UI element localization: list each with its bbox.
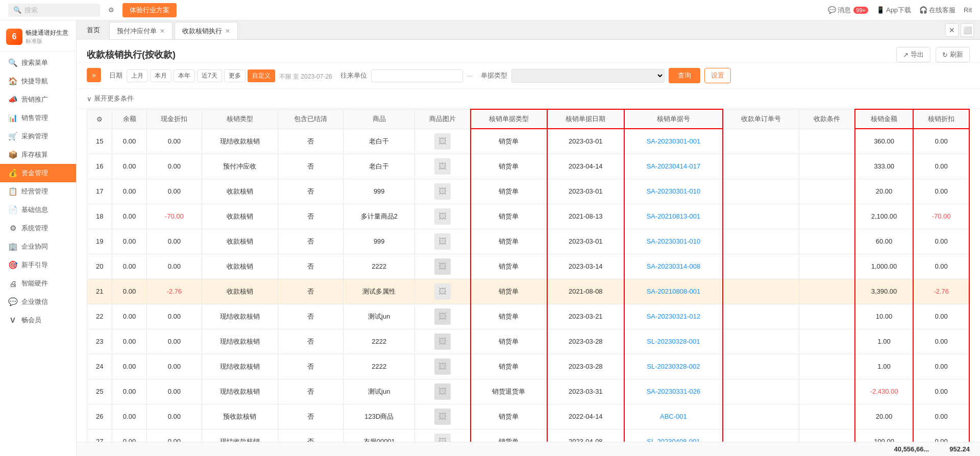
receipt-type-select[interactable] (511, 69, 665, 83)
maximize-window-button[interactable]: ⬜ (961, 23, 974, 37)
refresh-button[interactable]: ↻ 刷新 (936, 47, 970, 62)
cell-cancel-type: 现结收款核销 (202, 304, 278, 329)
cell-cancel-discount: 0.00 (913, 254, 969, 279)
cell-cancel-type: 现结收款核销 (202, 329, 278, 354)
cell-balance: 0.00 (112, 154, 146, 179)
cancel-bill-no-link[interactable]: ABC-001 (660, 413, 687, 420)
cancel-amount-total: 40,556,66... (894, 445, 929, 453)
sidebar-item-guide[interactable]: 🎯 新手引导 (0, 256, 76, 274)
last-7-days-btn[interactable]: 近7天 (197, 69, 222, 82)
cell-goods-img: 🖼 (415, 279, 471, 304)
sidebar-item-hardware[interactable]: 🖨 智能硬件 (0, 274, 76, 293)
cancel-bill-no-link[interactable]: SL-20230408-001 (647, 438, 700, 442)
more-date-btn[interactable]: 更多 (224, 69, 246, 82)
cell-cancel-bill-no[interactable]: SA-20230314-008 (624, 254, 723, 279)
cancel-bill-no-link[interactable]: SA-20230321-012 (647, 313, 701, 320)
sidebar-item-member[interactable]: V 畅会员 (0, 311, 76, 329)
sidebar-item-collaboration[interactable]: 🏢 企业协同 (0, 237, 76, 256)
sidebar-item-basic-info[interactable]: 📄 基础信息 (0, 201, 76, 219)
cancel-bill-no-link[interactable]: SA-20230301-010 (647, 187, 701, 195)
sidebar-item-system[interactable]: ⚙ 系统管理 (0, 219, 76, 237)
message-icon: 💬 (828, 6, 836, 14)
tab-cancel-exec[interactable]: 收款核销执行 ✕ (175, 22, 238, 39)
sidebar-item-finance[interactable]: 💰 资金管理 (0, 164, 76, 182)
marketing-icon: 📣 (8, 95, 17, 104)
cell-id: 19 (87, 229, 112, 254)
sidebar-item-search[interactable]: 🔍 搜索菜单 (0, 54, 76, 72)
cancel-bill-no-link[interactable]: SL-20230328-002 (647, 363, 700, 370)
expand-conditions-button[interactable]: ∨ 展开更多条件 (87, 92, 970, 105)
top-search-area[interactable]: 🔍 搜索 (8, 4, 100, 17)
product-image-placeholder: 🖼 (434, 283, 451, 300)
cell-cancel-amount: 100.00 (855, 429, 913, 442)
tab-prepay-close[interactable]: ✕ (160, 28, 165, 34)
cell-goods-img: 🖼 (415, 179, 471, 204)
last-month-btn[interactable]: 上月 (127, 69, 148, 82)
basic-info-icon: 📄 (8, 205, 17, 214)
partner-dots[interactable]: ··· (467, 71, 473, 80)
cell-cancel-bill-date: 2022-04-14 (547, 404, 624, 429)
cell-goods: 2222 (344, 254, 415, 279)
sidebar-item-marketing[interactable]: 📣 营销推广 (0, 90, 76, 109)
custom-date-btn[interactable]: 自定义 (248, 69, 275, 82)
tab-prepay[interactable]: 预付冲应付单 ✕ (109, 22, 173, 39)
product-image-placeholder: 🖼 (434, 233, 451, 250)
export-button[interactable]: ↗ 导出 (896, 47, 930, 62)
cell-cancel-bill-no[interactable]: SL-20230328-001 (624, 329, 723, 354)
cell-cancel-bill-no[interactable]: SA-20210808-001 (624, 279, 723, 304)
settings-icon-btn[interactable]: ⚙ (104, 3, 118, 17)
cancel-bill-no-link[interactable]: SA-20230301-010 (647, 237, 701, 245)
chevron-down-icon: ∨ (87, 95, 92, 103)
partner-input[interactable] (371, 69, 463, 82)
tab-home[interactable]: 首页 (79, 20, 108, 40)
cancel-bill-no-link[interactable]: SA-20230314-008 (647, 262, 701, 270)
cell-cancel-type: 现结收款核销 (202, 354, 278, 379)
sidebar-item-inventory[interactable]: 📦 库存核算 (0, 146, 76, 164)
search-menu-icon: 🔍 (8, 58, 17, 67)
sidebar-item-wechat[interactable]: 💬 企业微信 (0, 293, 76, 311)
online-service-link[interactable]: 🎧 在线客服 (919, 6, 955, 15)
cell-cancel-bill-no[interactable]: SL-20230328-002 (624, 354, 723, 379)
col-goods-header: 商品 (344, 109, 415, 129)
cell-cancel-bill-no[interactable]: SA-20230301-010 (624, 229, 723, 254)
cell-cancel-bill-no[interactable]: SA-20230301-010 (624, 179, 723, 204)
this-year-btn[interactable]: 本年 (174, 69, 195, 82)
messages-link[interactable]: 💬 消息 99+ (828, 6, 868, 15)
col-balance-header: 余额 (112, 109, 146, 129)
cell-cancel-bill-no[interactable]: SA-20230301-001 (624, 129, 723, 154)
filter-toggle-button[interactable]: » (87, 68, 101, 82)
app-download-link[interactable]: 📱 App下载 (876, 6, 911, 15)
query-button[interactable]: 查询 (669, 68, 700, 83)
cancel-bill-no-link[interactable]: SL-20230328-001 (647, 338, 700, 345)
cell-cancel-bill-no[interactable]: SA-20230414-017 (624, 154, 723, 179)
close-window-button[interactable]: ✕ (945, 23, 959, 37)
cell-balance: 0.00 (112, 279, 146, 304)
col-settings-header[interactable]: ⚙ (87, 109, 112, 129)
cell-cancel-bill-no[interactable]: SA-20210813-001 (624, 204, 723, 229)
user-name[interactable]: Rit (964, 6, 972, 14)
cell-cancel-bill-no[interactable]: ABC-001 (624, 404, 723, 429)
cell-cancel-bill-no[interactable]: SL-20230408-001 (624, 429, 723, 442)
sidebar-item-shortcuts[interactable]: 🏠 快捷导航 (0, 72, 76, 90)
cell-cancel-type: 现结收款核销 (202, 429, 278, 442)
cancel-bill-no-link[interactable]: SA-20230301-001 (647, 137, 701, 145)
cancel-bill-no-link[interactable]: SA-20210813-001 (647, 212, 701, 220)
tab-cancel-exec-close[interactable]: ✕ (225, 28, 230, 34)
partner-label: 往来单位 (340, 71, 367, 80)
sidebar-item-sales[interactable]: 📊 销售管理 (0, 109, 76, 127)
trial-industry-button[interactable]: 体验行业方案 (122, 3, 177, 17)
cancel-bill-no-link[interactable]: SA-20230414-017 (647, 162, 701, 170)
product-image: 🖼 (434, 258, 451, 275)
cell-cancel-bill-no[interactable]: SA-20230321-012 (624, 304, 723, 329)
cell-receipt-condition (799, 379, 855, 404)
sidebar-item-purchase[interactable]: 🛒 采购管理 (0, 127, 76, 146)
cancel-bill-no-link[interactable]: SA-20230331-026 (647, 388, 701, 395)
settings-button[interactable]: 设置 (704, 68, 731, 83)
sidebar-item-operations[interactable]: 📋 经营管理 (0, 182, 76, 201)
cell-cash-discount: 0.00 (146, 379, 202, 404)
cancel-bill-no-link[interactable]: SA-20210808-001 (647, 287, 701, 295)
this-month-btn[interactable]: 本月 (150, 69, 172, 82)
cell-cancel-bill-no[interactable]: SA-20230331-026 (624, 379, 723, 404)
table-container[interactable]: ⚙ 余额 现金折扣 核销类型 包含已结清 商品 商品图片 核销单据类型 核销单据… (77, 109, 980, 442)
cell-cancel-amount: 1.00 (855, 329, 913, 354)
